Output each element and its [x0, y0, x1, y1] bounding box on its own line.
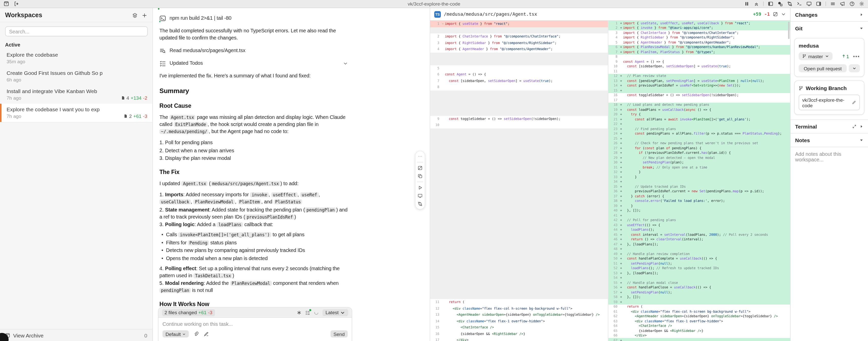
- notes-placeholder[interactable]: Add notes about this workspace...: [790, 147, 868, 166]
- diff-line: [430, 248, 608, 255]
- diff-line: 7+import { PlanItem, PlanStatus } from "…: [608, 50, 790, 54]
- section-git[interactable]: Git: [790, 22, 868, 35]
- workspaces-title: Workspaces: [5, 12, 42, 19]
- diff-line: 12 <div className="flex flex-col h-scree…: [430, 305, 608, 312]
- panel-left-icon[interactable]: [768, 1, 773, 7]
- diff-line: 32+ }: [608, 170, 790, 175]
- list-item: 5.Modal rendering: Added the PlanReviewM…: [159, 280, 348, 294]
- list-item: 1.Poll for pending plans: [159, 140, 348, 147]
- diff-line: 55+ // Handle plan modal close: [608, 280, 790, 285]
- title-bar: vk/3ccf-explore-the-code: [0, 0, 868, 8]
- monitor-icon[interactable]: [806, 1, 812, 7]
- tool-call-row[interactable]: npm run build 2>&1 | tail -80: [159, 15, 348, 22]
- git-compare-icon[interactable]: [787, 1, 793, 7]
- diff-line: [430, 59, 608, 65]
- diff-line: 2import { ChatInterface } from "@/compon…: [430, 33, 608, 40]
- chat-numbered-list: 4.Polling effect: Set up a polling inter…: [159, 265, 348, 294]
- list-item: 3.Display the plan review modal: [159, 155, 348, 162]
- workspace-item[interactable]: Create Good First Issues on Github So p6…: [0, 67, 152, 86]
- diff-line: 8: [430, 84, 608, 90]
- files-changed-badge[interactable]: 2 files changed +61 -3: [162, 309, 215, 316]
- collapse-up-icon[interactable]: [754, 1, 759, 7]
- edit-pencil-icon[interactable]: [852, 100, 856, 105]
- inline-code: previousPlanIdsRef: [245, 215, 294, 220]
- diff-line: 63 <div className="flex flex-1 overflow-…: [608, 319, 790, 323]
- megaphone-icon[interactable]: [840, 1, 845, 7]
- menu-icon[interactable]: [830, 1, 836, 7]
- branch-dropdown[interactable]: master: [799, 52, 833, 60]
- send-button[interactable]: Send: [331, 330, 348, 337]
- chat-thread: npm run build 2>&1 | tail -80The build c…: [159, 9, 348, 308]
- monitor-icon[interactable]: [417, 193, 423, 198]
- expand-icon[interactable]: [852, 124, 856, 128]
- terminal-icon[interactable]: [797, 1, 802, 7]
- chevron-down-icon[interactable]: [781, 12, 786, 17]
- tool-call-row[interactable]: Updated Todos: [159, 60, 348, 67]
- git-compare-icon[interactable]: [417, 202, 423, 207]
- diff-line: 2+import { invoke } from "@tauri-apps/ap…: [608, 26, 790, 30]
- composer: 2 files changed +61 -3 Latest: [158, 307, 352, 341]
- workspace-item[interactable]: Install and integrate Vibe Kanban Web7h …: [0, 86, 152, 104]
- diff-line: [430, 261, 608, 268]
- search-input[interactable]: [5, 26, 148, 36]
- chevron-down-icon[interactable]: [343, 61, 348, 65]
- layers-icon[interactable]: [132, 12, 138, 18]
- diff-line: 49+ // Handle plan review completion: [608, 251, 790, 256]
- chat-paragraph: The Agent.tsx page was missing all plan …: [159, 114, 348, 135]
- diff-line: [430, 198, 608, 204]
- view-archive-row[interactable]: View Archive 0: [0, 329, 152, 341]
- diff-line: 21+ const allPlans = await invoke<PlanIt…: [608, 117, 790, 122]
- hide-view-icon[interactable]: [417, 165, 423, 170]
- diff-line: 5import { AgentHeader } from "@/componen…: [608, 40, 790, 45]
- add-workspace-icon[interactable]: [142, 12, 147, 18]
- message-input[interactable]: [158, 318, 352, 329]
- pen-icon[interactable]: [204, 331, 209, 337]
- workspace-time: 35m ago: [7, 59, 25, 64]
- help-icon[interactable]: [849, 1, 855, 7]
- open-pull-request-button[interactable]: Open pull request: [799, 64, 847, 72]
- section-notes[interactable]: Notes: [790, 133, 868, 147]
- pause-icon[interactable]: [744, 1, 750, 7]
- panel-right-icon[interactable]: [816, 1, 822, 7]
- sign-out-icon[interactable]: [14, 1, 19, 7]
- diff-line: [430, 141, 608, 147]
- inline-code: Pending: [188, 240, 209, 245]
- section-changes[interactable]: Changes: [790, 8, 868, 22]
- copy-icon[interactable]: [417, 174, 423, 179]
- play-icon[interactable]: [417, 185, 423, 190]
- settings-gear-icon[interactable]: [859, 1, 864, 7]
- more-options-icon[interactable]: •••: [853, 53, 860, 59]
- spark-icon[interactable]: [297, 310, 302, 315]
- pr-options-dropdown[interactable]: [849, 64, 860, 72]
- workspace-item[interactable]: Explore the codebase35m ago: [0, 49, 152, 67]
- diff-line: 16 {sidebarOpen && <RightSidebar />}: [430, 331, 608, 337]
- section-terminal[interactable]: Terminal: [790, 120, 868, 133]
- attach-icon[interactable]: [193, 331, 199, 337]
- drag-handle-icon[interactable]: [417, 154, 423, 159]
- inline-code: ExitPlanMode: [174, 122, 208, 127]
- workspace-list: Explore the codebase35m agoCreate Good F…: [0, 49, 152, 329]
- diff-line: [430, 217, 608, 223]
- split-view-icon[interactable]: [773, 12, 778, 17]
- diff-line: [430, 128, 608, 134]
- workspace-item[interactable]: Explore the codebase I want you to exp7h…: [0, 104, 152, 122]
- diff-line: 41+: [608, 213, 790, 218]
- tool-call-row[interactable]: Read medusa/src/pages/Agent.tsx: [159, 47, 348, 54]
- archive-box-icon[interactable]: [4, 1, 9, 7]
- model-dropdown[interactable]: Default: [162, 330, 189, 337]
- working-branch-field[interactable]: vk/3ccf-explore-the-code: [799, 95, 860, 110]
- scrollbar-thumb[interactable]: [788, 22, 789, 39]
- diff-line: 40+ }, []);: [608, 208, 790, 213]
- diff-line: [430, 147, 608, 154]
- diff-line: 28+ if (!previousPlanIdsRef.current.has(…: [608, 151, 790, 155]
- shapes-theme-icon[interactable]: [777, 1, 783, 7]
- todo-status-icon[interactable]: [305, 310, 310, 315]
- diff-line: 26+ // Check for new pending plans that …: [608, 141, 790, 146]
- workspace-diff-stats: 2+61-3: [123, 113, 147, 119]
- diff-line: 50+ const handlePlanComplete = useCallba…: [608, 256, 790, 261]
- latest-dropdown[interactable]: Latest: [322, 309, 348, 316]
- diff-line: [430, 185, 608, 191]
- divider: [826, 2, 826, 6]
- chat-heading: The Fix: [159, 168, 348, 176]
- chevron-down-icon: [825, 54, 829, 58]
